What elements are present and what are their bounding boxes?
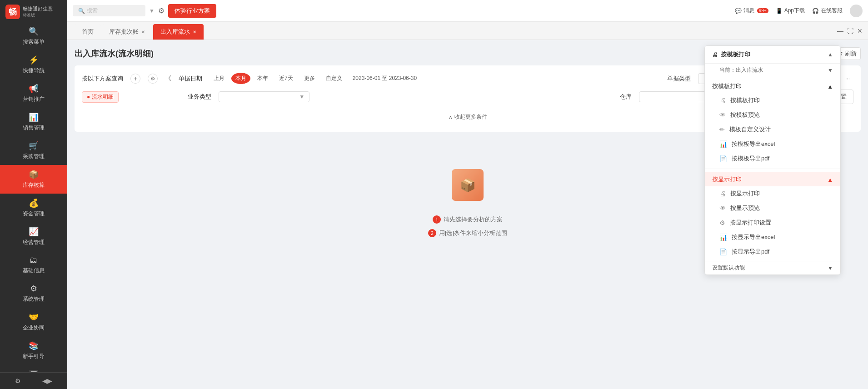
- sidebar-item-search[interactable]: 🔍 搜索菜单: [0, 22, 67, 50]
- tab-flow[interactable]: 出入库流水 ✕: [153, 24, 204, 40]
- sidebar-item-marketing[interactable]: 📢 营销推广: [0, 79, 67, 108]
- messages-button[interactable]: 💬 消息 99+: [735, 7, 768, 15]
- template-custom-item[interactable]: ✏ 模板自定义设计: [705, 122, 840, 137]
- display-section-header[interactable]: 按显示打印 ▲: [705, 172, 840, 186]
- dropdown-footer[interactable]: 设置默认功能 ▼: [705, 261, 840, 274]
- date-btn-this-month[interactable]: 本月: [231, 73, 250, 84]
- filter-add-button[interactable]: +: [130, 74, 140, 84]
- app-icon: 🔲: [29, 369, 39, 372]
- template-section-header[interactable]: 按模板打印 ▲: [705, 79, 840, 93]
- date-btn-more[interactable]: 更多: [300, 73, 319, 84]
- user-avatar[interactable]: [850, 5, 863, 17]
- sidebar-item-label: 库存核算: [23, 181, 45, 189]
- sidebar-item-sales[interactable]: 📊 销售管理: [0, 108, 67, 136]
- display-pdf-icon: 📄: [719, 248, 727, 255]
- sidebar-item-label: 搜索菜单: [23, 38, 45, 46]
- flow-detail-tag[interactable]: ● 流水明细: [82, 91, 119, 103]
- sidebar-nav: 🔍 搜索菜单 ⚡ 快捷导航 📢 营销推广 📊 销售管理 🛒 采购管理 📦 库存核…: [0, 22, 67, 372]
- date-btn-custom[interactable]: 自定义: [322, 73, 346, 84]
- tab-batch[interactable]: 库存批次账 ✕: [102, 24, 152, 40]
- tab-batch-close[interactable]: ✕: [141, 30, 145, 35]
- tip-text-2: 用[选]条件来缩小分析范围: [439, 229, 507, 237]
- sidebar: 畅 畅捷通好生意 标准版 🔍 搜索菜单 ⚡ 快捷导航 📢 营销推广 📊 销售管理…: [0, 0, 67, 389]
- template-section-label: 按模板打印: [712, 82, 742, 90]
- date-btn-7days[interactable]: 近7天: [275, 73, 297, 84]
- tab-flow-close[interactable]: ✕: [193, 30, 196, 35]
- template-section: 按模板打印 ▲ 🖨 按模板打印 👁 按模板预览 ✏ 模板自定义设计 📊 按模板导…: [705, 77, 840, 168]
- pdf-icon: 📄: [719, 155, 727, 162]
- display-settings-icon: ⚙: [719, 219, 725, 226]
- sidebar-settings-button[interactable]: ⚙: [15, 377, 21, 384]
- app-download-button[interactable]: 📱 App下载: [776, 7, 805, 15]
- custom-icon: ✏: [719, 126, 725, 133]
- type-filter-label: 单据类型: [667, 75, 691, 83]
- tab-minimize-button[interactable]: —: [837, 27, 843, 35]
- template-print-item[interactable]: 🖨 按模板打印: [705, 93, 840, 108]
- sidebar-item-purchase[interactable]: 🛒 采购管理: [0, 136, 67, 165]
- sidebar-item-label: 系统管理: [23, 295, 45, 303]
- display-print-icon: 🖨: [719, 190, 726, 197]
- service-icon: 🎧: [812, 8, 819, 14]
- date-btn-this-year[interactable]: 本年: [253, 73, 272, 84]
- template-pdf-item[interactable]: 📄 按模板导出pdf: [705, 151, 840, 166]
- display-preview-icon: 👁: [719, 204, 726, 212]
- warehouse-label: 仓库: [620, 93, 632, 101]
- online-service-button[interactable]: 🎧 在线客服: [812, 7, 843, 15]
- empty-tip-2: 2 用[选]条件来缩小分析范围: [428, 229, 507, 237]
- print-icon: 🖨: [719, 97, 726, 104]
- display-preview-item[interactable]: 👁 按显示预览: [705, 201, 840, 215]
- sidebar-item-label: 企业协同: [23, 324, 45, 332]
- preview-icon: 👁: [719, 111, 726, 119]
- empty-tip-1: 1 请先选择要分析的方案: [433, 215, 503, 224]
- template-preview-item[interactable]: 👁 按模板预览: [705, 108, 840, 122]
- tab-home[interactable]: 首页: [75, 24, 101, 40]
- sidebar-item-collab[interactable]: 🤝 企业协同: [0, 308, 67, 336]
- dropdown-collapse-button[interactable]: ▲: [828, 51, 833, 58]
- sidebar-item-shortcut[interactable]: ⚡ 快捷导航: [0, 50, 67, 79]
- date-range-value: 2023-06-01 至 2023-06-30: [353, 75, 417, 82]
- refresh-label: 刷新: [845, 50, 857, 58]
- topbar-gear-icon[interactable]: ⚙: [158, 6, 165, 15]
- topbar-dropdown-arrow[interactable]: ▼: [149, 8, 155, 14]
- type-more-button[interactable]: ···: [842, 74, 853, 84]
- display-section-label: 按显示打印: [712, 175, 742, 184]
- sidebar-item-finance[interactable]: 💰 资金管理: [0, 194, 67, 222]
- filter-set-button[interactable]: ⚙: [148, 74, 158, 84]
- empty-illustration: [445, 165, 490, 210]
- display-print-item[interactable]: 🖨 按显示打印: [705, 186, 840, 201]
- tip-number-2: 2: [428, 229, 436, 237]
- trial-button[interactable]: 体验行业方案: [168, 4, 216, 18]
- app-tag: 标准版: [23, 12, 53, 18]
- operation-icon: 📈: [29, 227, 39, 237]
- display-excel-item[interactable]: 📊 按显示导出excel: [705, 230, 840, 244]
- template-excel-item[interactable]: 📊 按模板导出excel: [705, 137, 840, 151]
- display-pdf-item[interactable]: 📄 按显示导出pdf: [705, 244, 840, 259]
- sidebar-item-guide[interactable]: 📚 新手引导: [0, 336, 67, 365]
- sidebar-item-label: 经营管理: [23, 239, 45, 246]
- guide-icon: 📚: [29, 341, 39, 351]
- collapse-label: 收起更多条件: [454, 113, 487, 121]
- tab-maximize-button[interactable]: ⛶: [847, 27, 853, 35]
- filter-collapse-button[interactable]: 《: [165, 75, 171, 83]
- display-preview-item-label: 按显示预览: [730, 204, 760, 212]
- sidebar-toggle-button[interactable]: ◀▶: [42, 377, 52, 384]
- biz-type-select[interactable]: ▼: [219, 91, 309, 102]
- topbar-search[interactable]: 🔍 搜索: [73, 5, 145, 16]
- dropdown-title: 🖨 按模板打印: [712, 50, 750, 59]
- tab-batch-label: 库存批次账: [109, 28, 139, 36]
- sidebar-item-label: 新手引导: [23, 353, 45, 360]
- display-print-item-label: 按显示打印: [730, 190, 760, 198]
- sidebar-item-inventory[interactable]: 📦 库存核算: [0, 165, 67, 194]
- sidebar-item-basic[interactable]: 🗂 基础信息: [0, 251, 67, 279]
- date-btn-last-month[interactable]: 上月: [210, 73, 229, 84]
- biz-type-arrow: ▼: [299, 94, 304, 100]
- display-settings-item[interactable]: ⚙ 按显示打印设置: [705, 215, 840, 230]
- current-arrow: ▼: [828, 67, 833, 74]
- download-icon: 📱: [776, 8, 783, 14]
- tab-flow-label: 出入库流水: [160, 28, 190, 36]
- sidebar-item-system[interactable]: ⚙ 系统管理: [0, 279, 67, 308]
- basic-icon: 🗂: [30, 255, 38, 265]
- sidebar-item-operation[interactable]: 📈 经营管理: [0, 222, 67, 251]
- sidebar-item-app[interactable]: 🔲 应用中心: [0, 365, 67, 372]
- tab-close-all-button[interactable]: ✕: [857, 27, 863, 35]
